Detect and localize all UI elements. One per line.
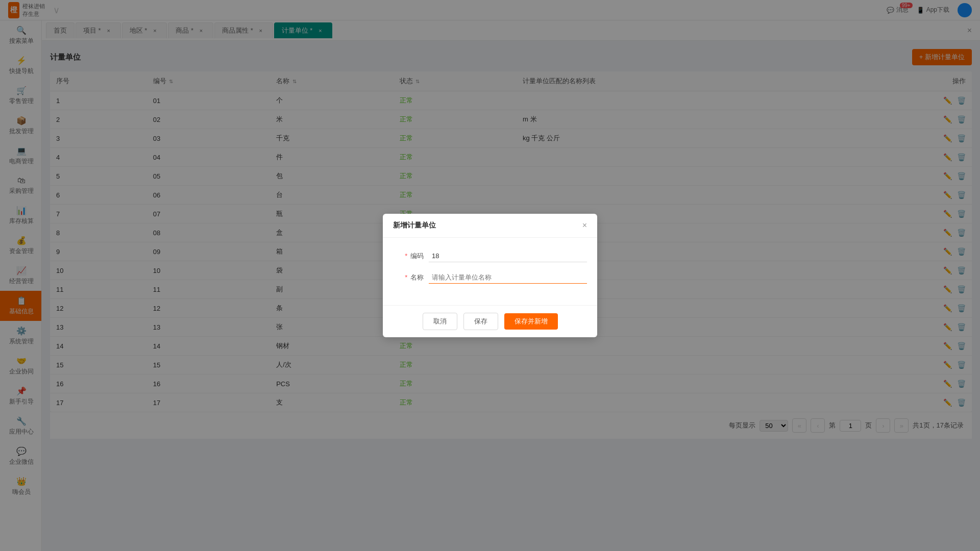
modal-overlay[interactable]: 新增计量单位 × * 编码 * 名称 取消 保存 保存并新增	[0, 0, 980, 551]
save-and-new-button[interactable]: 保存并新增	[504, 313, 558, 330]
save-button[interactable]: 保存	[463, 313, 498, 330]
modal-body: * 编码 * 名称	[383, 238, 597, 305]
cancel-button[interactable]: 取消	[423, 313, 457, 330]
name-input[interactable]	[429, 271, 587, 284]
modal-title: 新增计量单位	[393, 221, 436, 230]
name-label: * 名称	[393, 273, 429, 282]
add-unit-modal: 新增计量单位 × * 编码 * 名称 取消 保存 保存并新增	[383, 214, 597, 337]
name-form-row: * 名称	[393, 271, 587, 284]
name-required-marker: *	[405, 273, 407, 281]
modal-footer: 取消 保存 保存并新增	[383, 305, 597, 337]
modal-header: 新增计量单位 ×	[383, 214, 597, 238]
code-required-marker: *	[405, 252, 407, 260]
modal-close-btn[interactable]: ×	[582, 221, 587, 230]
code-input[interactable]	[429, 250, 587, 262]
code-form-row: * 编码	[393, 250, 587, 262]
code-label: * 编码	[393, 252, 429, 261]
